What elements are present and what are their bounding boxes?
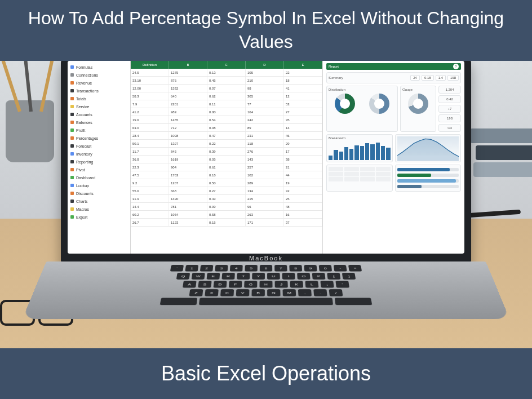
cell[interactable]: 31.9 — [131, 195, 169, 202]
cell[interactable]: 876 — [169, 77, 207, 84]
cell[interactable]: 16 — [284, 211, 322, 218]
cell[interactable]: 24.5 — [131, 69, 169, 76]
sidebar-item[interactable]: Inventory — [70, 150, 127, 158]
cell[interactable]: 60.2 — [131, 211, 169, 218]
cell[interactable]: 58.3 — [131, 92, 169, 100]
help-icon[interactable]: ? — [453, 64, 459, 69]
cell[interactable]: 0.18 — [207, 171, 246, 179]
cell[interactable]: 12 — [284, 92, 322, 100]
cell[interactable]: 640 — [169, 92, 207, 100]
cell[interactable]: 11.7 — [131, 148, 169, 155]
cell[interactable]: 50.1 — [131, 140, 169, 147]
cell[interactable]: 22 — [284, 69, 322, 76]
cell[interactable]: 668 — [169, 187, 207, 194]
column-header[interactable]: C — [207, 61, 246, 69]
cell[interactable]: 0.43 — [207, 195, 246, 202]
cell[interactable]: 845 — [169, 148, 207, 155]
cell[interactable]: 37 — [284, 219, 322, 226]
table-row[interactable]: 55.66680.2713432 — [131, 187, 322, 195]
cell[interactable]: 36.8 — [131, 156, 169, 163]
table-row[interactable]: 14.47810.099648 — [131, 203, 322, 211]
cell[interactable]: 77 — [246, 100, 284, 108]
sidebar-item[interactable]: Connections — [70, 71, 127, 79]
cell[interactable]: 0.62 — [207, 92, 246, 100]
cell[interactable]: 0.47 — [207, 132, 246, 139]
sidebar-item[interactable]: Service — [70, 103, 127, 110]
cell[interactable]: 0.15 — [207, 219, 246, 226]
cell[interactable]: 12.00 — [131, 85, 169, 92]
cell[interactable]: 7.9 — [131, 100, 169, 108]
cell[interactable]: 305 — [246, 92, 284, 100]
cell[interactable]: 1455 — [169, 116, 207, 123]
sidebar-item[interactable]: Lookup — [70, 181, 127, 189]
sidebar-item[interactable]: Transactions — [70, 87, 127, 95]
cell[interactable]: 41 — [284, 85, 322, 92]
table-row[interactable]: 60.219540.5826316 — [131, 211, 322, 219]
table-row[interactable]: 31.914900.4321525 — [131, 195, 322, 203]
cell[interactable]: 35 — [284, 116, 322, 123]
sidebar-item[interactable]: Totals — [70, 95, 127, 103]
cell[interactable]: 0.27 — [207, 187, 246, 194]
cell[interactable]: 276 — [246, 148, 284, 155]
cell[interactable]: 105 — [246, 69, 284, 76]
cell[interactable]: 96 — [246, 203, 284, 210]
cell[interactable]: 0.22 — [207, 140, 246, 147]
cell[interactable]: 242 — [246, 116, 284, 123]
column-header[interactable]: Definition — [131, 61, 169, 69]
cell[interactable]: 98 — [246, 85, 284, 92]
cell[interactable]: 25 — [284, 195, 322, 202]
cell[interactable]: 1763 — [169, 171, 207, 179]
cell[interactable]: 143 — [246, 156, 284, 163]
cell[interactable]: 1207 — [169, 179, 207, 187]
table-row[interactable]: 36.816190.0514338 — [131, 156, 322, 163]
table-row[interactable]: 12.0015320.079841 — [131, 85, 322, 92]
sidebar-item[interactable]: Percentages — [70, 134, 127, 142]
cell[interactable]: 2201 — [169, 100, 207, 108]
cell[interactable]: 0.39 — [207, 148, 246, 155]
cell[interactable]: 0.54 — [207, 116, 246, 123]
cell[interactable]: 38 — [284, 156, 322, 163]
cell[interactable]: 118 — [246, 140, 284, 147]
cell[interactable]: 48 — [284, 203, 322, 210]
cell[interactable]: 0.50 — [207, 179, 246, 187]
cell[interactable]: 32 — [284, 187, 322, 194]
cell[interactable]: 215 — [246, 195, 284, 202]
sidebar-item[interactable]: Macros — [70, 205, 127, 213]
table-row[interactable]: 58.36400.6230512 — [131, 92, 322, 100]
sidebar-item[interactable]: Charts — [70, 197, 127, 205]
cell[interactable]: 0.58 — [207, 211, 246, 218]
cell[interactable]: 1619 — [169, 156, 207, 163]
cell[interactable]: 9.2 — [131, 179, 169, 187]
cell[interactable]: 1098 — [169, 132, 207, 139]
sidebar-item[interactable]: Pivot — [70, 166, 127, 174]
table-row[interactable]: 41.29830.3016427 — [131, 108, 322, 116]
table-row[interactable]: 19.614550.5424235 — [131, 116, 322, 124]
cell[interactable]: 63.0 — [131, 124, 169, 131]
cell[interactable]: 0.30 — [207, 108, 246, 116]
sidebar-item[interactable]: Reporting — [70, 158, 127, 166]
table-row[interactable]: 24.512750.1310522 — [131, 69, 322, 77]
cell[interactable]: 26.7 — [131, 219, 169, 226]
column-header[interactable]: B — [169, 61, 207, 69]
cell[interactable]: 904 — [169, 163, 207, 171]
cell[interactable]: 134 — [246, 187, 284, 194]
sidebar-item[interactable]: Discounts — [70, 189, 127, 197]
cell[interactable]: 19.6 — [131, 116, 169, 123]
cell[interactable]: 0.45 — [207, 77, 246, 84]
cell[interactable]: 55.6 — [131, 187, 169, 194]
cell[interactable]: 1954 — [169, 211, 207, 218]
table-row[interactable]: 47.517630.1810244 — [131, 171, 322, 179]
column-header[interactable]: E — [284, 61, 322, 69]
table-row[interactable]: 11.78450.3927617 — [131, 148, 322, 156]
cell[interactable]: 89 — [246, 124, 284, 131]
table-row[interactable]: 9.212070.5028919 — [131, 179, 322, 187]
cell[interactable]: 33.10 — [131, 77, 169, 84]
table-row[interactable]: 26.711230.1517137 — [131, 219, 322, 227]
cell[interactable]: 18 — [284, 77, 322, 84]
cell[interactable]: 0.11 — [207, 100, 246, 108]
cell[interactable]: 29 — [284, 140, 322, 147]
sidebar-item[interactable]: Profit — [70, 126, 127, 134]
cell[interactable]: 14.4 — [131, 203, 169, 210]
sidebar-item[interactable]: Formulas — [70, 63, 127, 71]
cell[interactable]: 983 — [169, 108, 207, 116]
